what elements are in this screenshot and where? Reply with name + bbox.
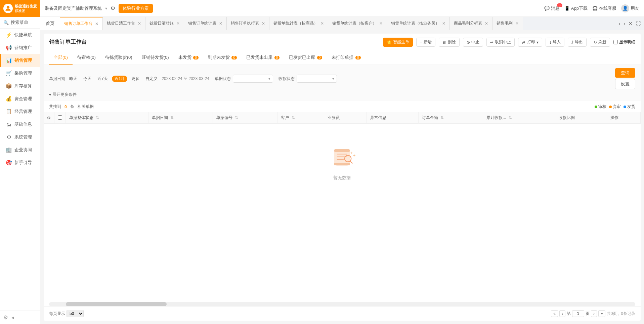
review-action-btn[interactable]: 审核 xyxy=(595,104,606,110)
tab-sales-summary-staff[interactable]: 销货单统计表（按业务员） ✕ xyxy=(387,17,450,30)
sidebar-item-marketing[interactable]: 📢 营销推广 xyxy=(0,41,40,54)
tab-sales-stats[interactable]: 销售订单统计表 ✕ xyxy=(184,17,227,30)
smart-create-btn[interactable]: ⭐ 智能生单 xyxy=(383,38,413,47)
sub-tab-shipped-not-out[interactable]: 已发货未出库 0 xyxy=(242,51,284,65)
tab-sales-exec[interactable]: 销售订单执行表 ✕ xyxy=(227,17,269,30)
date-7days[interactable]: 近7天 xyxy=(95,75,110,82)
sidebar-item-guide[interactable]: 🎯 新手引导 xyxy=(0,156,40,169)
message-btn[interactable]: 💬 消息 6 xyxy=(544,5,560,11)
tab-gross-profit[interactable]: 商品毛利分析表 ✕ xyxy=(450,17,492,30)
sidebar-item-inventory[interactable]: 📦 库存核算 xyxy=(0,80,40,92)
query-btn[interactable]: 查询 xyxy=(615,68,635,78)
select-all-checkbox[interactable] xyxy=(58,115,62,120)
sort-icon[interactable]: ⇅ xyxy=(292,115,295,120)
tab-close-icon[interactable]: ✕ xyxy=(95,22,98,26)
last-page-btn[interactable]: » xyxy=(598,310,605,317)
sub-tab-not-printed[interactable]: 未打印单据 0 xyxy=(327,51,365,65)
filter-settings-btn[interactable]: 设置 xyxy=(615,79,635,89)
sidebar-item-enterprise[interactable]: 🏢 企业协同 xyxy=(0,144,40,156)
tab-close-icon[interactable]: ✕ xyxy=(262,21,265,26)
prev-page-btn[interactable]: ‹ xyxy=(559,310,565,317)
th-checkbox[interactable] xyxy=(54,112,66,124)
tab-close-icon[interactable]: ✕ xyxy=(485,21,488,26)
ship-action-btn[interactable]: 发货 xyxy=(624,104,635,110)
tab-scroll-left-btn[interactable]: ‹ xyxy=(617,20,622,27)
date-custom[interactable]: 自定义 xyxy=(143,75,160,82)
export-btn[interactable]: ⤴ 导出 xyxy=(568,38,587,47)
sidebar-item-basic[interactable]: 🗂 基础信息 xyxy=(0,118,40,131)
app-download-btn[interactable]: 📱 App下载 xyxy=(564,5,588,11)
tab-close-icon[interactable]: ✕ xyxy=(138,21,141,26)
refresh-btn[interactable]: ↻ 刷新 xyxy=(590,38,610,47)
show-detail-input[interactable] xyxy=(613,40,618,44)
h-scrollbar[interactable] xyxy=(49,302,635,306)
collapse-sidebar-icon[interactable]: ◂ xyxy=(11,314,14,321)
page-label: 第 xyxy=(567,311,571,317)
sidebar-item-sales[interactable]: 📊 销售管理 xyxy=(0,54,40,67)
sidebar-item-purchase[interactable]: 🛒 采购管理 xyxy=(0,67,40,80)
empty-state-row: 暂无数据 xyxy=(44,124,641,201)
tab-close-icon[interactable]: ✕ xyxy=(515,21,519,26)
sub-tab-pending-inspect[interactable]: 待拣货验货(0) xyxy=(100,51,137,65)
tab-daily-cash[interactable]: 钱货日清工作台 ✕ xyxy=(103,17,145,30)
tab-sales-profit[interactable]: 销售毛利 ✕ xyxy=(492,17,523,30)
sub-tab-pending-review[interactable]: 待审核(0) xyxy=(73,51,100,65)
sort-icon[interactable]: ⇅ xyxy=(96,115,99,120)
tab-close-icon[interactable]: ✕ xyxy=(320,21,324,26)
sub-tab-overdue[interactable]: 到期未发货 0 xyxy=(203,51,242,65)
cancel-stop-btn[interactable]: ↩ 取消中止 xyxy=(486,38,515,47)
print-btn[interactable]: 🖨 打印 ▾ xyxy=(518,38,542,47)
date-yesterday[interactable]: 昨天 xyxy=(67,75,79,82)
tab-sales-workbench[interactable]: 销售订单工作台 ✕ xyxy=(60,17,103,30)
settings-footer-icon[interactable]: ⚙ xyxy=(3,314,8,321)
tab-cash-reconcile[interactable]: 钱货日清对账 ✕ xyxy=(145,17,184,30)
sidebar-item-finance[interactable]: 💰 资金管理 xyxy=(0,92,40,105)
delete-btn[interactable]: 🗑 删除 xyxy=(439,38,460,47)
import-btn[interactable]: ⤵ 导入 xyxy=(546,38,564,47)
page-input[interactable] xyxy=(572,310,584,317)
cancel-review-btn[interactable]: 弃审 xyxy=(609,104,621,110)
sidebar-item-system[interactable]: ⚙ 系统管理 xyxy=(0,131,40,144)
tab-close-all-btn[interactable]: ✕ xyxy=(627,20,634,27)
sub-tab-shipped-out[interactable]: 已发货已出库 0 xyxy=(284,51,327,65)
status-select[interactable] xyxy=(233,75,273,83)
sub-tab-wangpu[interactable]: 旺铺待发货(0) xyxy=(137,51,174,65)
tab-close-icon[interactable]: ✕ xyxy=(442,21,445,26)
add-btn[interactable]: + 新增 xyxy=(416,38,435,47)
tab-close-icon[interactable]: ✕ xyxy=(176,21,180,26)
payment-select[interactable] xyxy=(297,75,337,83)
tab-sales-summary-product[interactable]: 销货单统计表（按商品） ✕ xyxy=(269,17,328,30)
settings-icon[interactable]: ⚙ xyxy=(111,5,115,11)
first-page-btn[interactable]: « xyxy=(551,310,558,317)
column-settings-icon[interactable]: ⚙ xyxy=(47,116,51,120)
trial-btn[interactable]: 体验行业方案 xyxy=(119,4,153,13)
sub-tab-not-shipped[interactable]: 未发货 0 xyxy=(174,51,203,65)
sidebar-item-operations[interactable]: 📋 经营管理 xyxy=(0,105,40,118)
sort-icon[interactable]: ⇅ xyxy=(170,115,174,120)
tab-close-icon[interactable]: ✕ xyxy=(219,21,222,26)
sidebar-item-quick-nav[interactable]: ⚡ 快捷导航 xyxy=(0,29,40,41)
sort-icon[interactable]: ⇅ xyxy=(440,115,444,120)
date-more[interactable]: 更多 xyxy=(129,75,141,82)
online-service-btn[interactable]: 🎧 在线客服 xyxy=(592,5,616,11)
sort-icon[interactable]: ⇅ xyxy=(509,115,512,120)
tab-close-icon[interactable]: ✕ xyxy=(379,21,383,26)
stop-btn[interactable]: ⊘ 中止 xyxy=(463,38,483,47)
date-today[interactable]: 今天 xyxy=(81,75,93,82)
expand-btn[interactable]: ▾ 展开更多条件 xyxy=(49,92,635,97)
tab-fullscreen-btn[interactable]: ⛶ xyxy=(635,20,642,27)
date-1month[interactable]: 近1月 xyxy=(112,76,128,82)
tab-label: 钱货日清工作台 xyxy=(107,21,135,26)
per-page-select[interactable]: 50 100 200 xyxy=(67,310,84,317)
tab-sales-summary-customer[interactable]: 销货单统计表（按客户） ✕ xyxy=(328,17,387,30)
h-scrollbar-thumb[interactable] xyxy=(66,302,167,306)
sidebar-search[interactable]: 🔍 搜索菜单 xyxy=(0,17,40,29)
sub-tab-all[interactable]: 全部(0) xyxy=(49,51,73,65)
tab-home[interactable]: 首页 xyxy=(40,17,60,30)
sort-icon[interactable]: ⇅ xyxy=(235,115,238,120)
show-detail-checkbox[interactable]: 显示明细 xyxy=(613,39,635,45)
th-settings[interactable]: ⚙ xyxy=(44,112,54,124)
tab-scroll-right-btn[interactable]: › xyxy=(622,20,627,27)
user-btn[interactable]: 👤 用友 xyxy=(621,4,639,12)
next-page-btn[interactable]: › xyxy=(591,310,597,317)
